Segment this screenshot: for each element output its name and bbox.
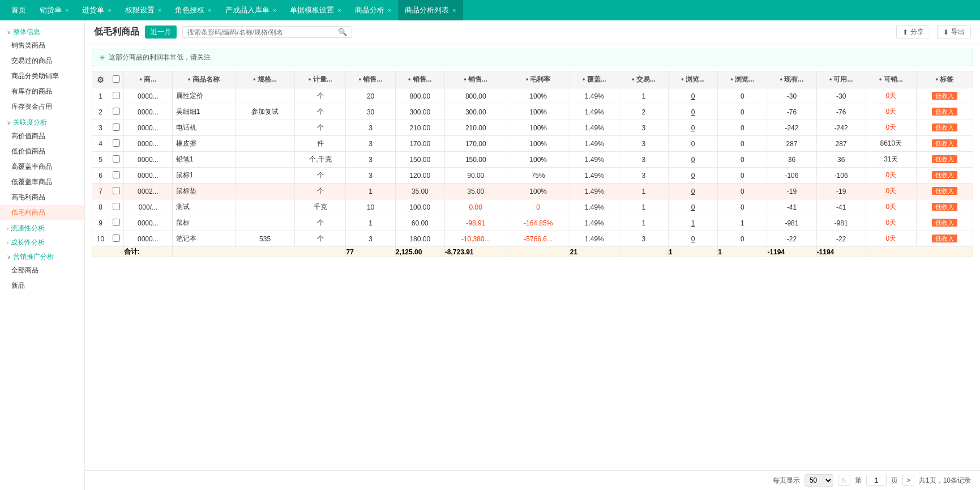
sidebar-item-traded[interactable]: 交易过的商品 bbox=[0, 53, 84, 69]
close-icon[interactable]: × bbox=[337, 7, 341, 14]
collapse-icon: › bbox=[7, 240, 8, 246]
cell-view2: 0 bbox=[718, 120, 767, 136]
select-all-checkbox[interactable] bbox=[113, 75, 120, 83]
table-header-row: ⚙ • 商... • 商品名称 • 规格... • 计量... • 销售... … bbox=[92, 71, 973, 88]
close-icon[interactable]: × bbox=[388, 7, 391, 14]
th-margin-rate[interactable]: • 毛利率 bbox=[507, 71, 570, 88]
cell-checkbox[interactable] bbox=[109, 152, 124, 168]
cell-tag: 低收入 bbox=[916, 104, 973, 120]
nav-product-in[interactable]: 产成品入库单 × bbox=[219, 0, 283, 20]
nav-permission[interactable]: 权限设置 × bbox=[118, 0, 168, 20]
th-coverage[interactable]: • 覆盖... bbox=[570, 71, 619, 88]
cell-view1[interactable]: 0 bbox=[669, 120, 718, 136]
sidebar-item-low-value[interactable]: 低价值商品 bbox=[0, 144, 84, 159]
th-saleable[interactable]: • 可销... bbox=[866, 71, 916, 88]
cell-checkbox[interactable] bbox=[109, 184, 124, 199]
cell-checkbox[interactable] bbox=[109, 168, 124, 184]
th-sales-qty[interactable]: • 销售... bbox=[346, 71, 395, 88]
time-filter-button[interactable]: 近一月 bbox=[145, 25, 177, 39]
share-button[interactable]: ⬆ 分享 bbox=[896, 25, 930, 39]
sidebar-item-low-coverage[interactable]: 低覆盖率商品 bbox=[0, 174, 84, 190]
th-sales-price[interactable]: • 销售... bbox=[395, 71, 444, 88]
sidebar-item-low-margin[interactable]: 低毛利商品 bbox=[0, 205, 84, 220]
sidebar-group-marketing[interactable]: ∨ 营销推广分析 bbox=[0, 249, 84, 263]
cell-name: 测试 bbox=[172, 199, 235, 215]
cell-view1[interactable]: 0 bbox=[669, 168, 718, 184]
nav-analysis-list[interactable]: 商品分析列表 × bbox=[398, 0, 463, 20]
table-row: 5 0000... 铅笔1 个,千克 3 150.00 150.00 100% … bbox=[92, 152, 973, 168]
close-icon[interactable]: × bbox=[158, 7, 161, 14]
th-name[interactable]: • 商品名称 bbox=[172, 71, 235, 88]
close-icon[interactable]: × bbox=[273, 7, 276, 14]
cell-view1[interactable]: 0 bbox=[669, 104, 718, 120]
sidebar-item-category-rate[interactable]: 商品分类助销率 bbox=[0, 69, 84, 84]
first-page-button[interactable]: K bbox=[838, 475, 850, 486]
th-code[interactable]: • 商... bbox=[124, 71, 173, 88]
search-input[interactable] bbox=[187, 28, 338, 36]
close-icon[interactable]: × bbox=[452, 7, 456, 14]
cell-margin-rate: 100% bbox=[507, 104, 570, 120]
th-transaction[interactable]: • 交易... bbox=[619, 71, 668, 88]
cell-saleable: 0天 bbox=[866, 120, 916, 136]
cell-view1[interactable]: 0 bbox=[669, 184, 718, 199]
page-number-input[interactable] bbox=[866, 475, 887, 486]
close-icon[interactable]: × bbox=[208, 7, 211, 14]
cell-checkbox[interactable] bbox=[109, 104, 124, 120]
totals-label-text: 合计: bbox=[124, 247, 173, 257]
cell-checkbox[interactable] bbox=[109, 215, 124, 231]
sidebar-group-association[interactable]: ∨ 关联度分析 bbox=[0, 114, 84, 129]
cell-unit: 千克 bbox=[295, 199, 346, 215]
close-icon[interactable]: × bbox=[108, 7, 111, 14]
cell-coverage: 1.49% bbox=[570, 88, 619, 104]
cell-view1[interactable]: 0 bbox=[669, 231, 718, 247]
th-view2[interactable]: • 浏览... bbox=[718, 71, 767, 88]
th-current-stock[interactable]: • 现有... bbox=[767, 71, 816, 88]
cell-checkbox[interactable] bbox=[109, 136, 124, 152]
export-icon: ⬇ bbox=[943, 28, 949, 36]
sidebar-item-sales-goods[interactable]: 销售类商品 bbox=[0, 38, 84, 53]
nav-home[interactable]: 首页 bbox=[5, 0, 33, 20]
nav-purchase[interactable]: 进货单 × bbox=[75, 0, 118, 20]
sidebar-group-circulation[interactable]: › 流通性分析 bbox=[0, 220, 84, 235]
cell-view1[interactable]: 0 bbox=[669, 88, 718, 104]
cell-transaction: 1 bbox=[619, 88, 668, 104]
cell-view1[interactable]: 1 bbox=[669, 215, 718, 231]
sidebar-item-high-value[interactable]: 高价值商品 bbox=[0, 129, 84, 144]
sidebar-item-high-coverage[interactable]: 高覆盖率商品 bbox=[0, 159, 84, 174]
sidebar-item-new-goods[interactable]: 新品 bbox=[0, 278, 84, 293]
data-table: ⚙ • 商... • 商品名称 • 规格... • 计量... • 销售... … bbox=[92, 71, 973, 257]
cell-name: 铅笔1 bbox=[172, 152, 235, 168]
cell-view1[interactable]: 0 bbox=[669, 199, 718, 215]
nav-sales[interactable]: 销货单 × bbox=[33, 0, 75, 20]
cell-settings: 7 bbox=[92, 184, 109, 199]
per-page-select[interactable]: 50 100 200 bbox=[804, 474, 833, 487]
cell-checkbox[interactable] bbox=[109, 88, 124, 104]
cell-checkbox[interactable] bbox=[109, 120, 124, 136]
nav-role[interactable]: 角色授权 × bbox=[168, 0, 218, 20]
th-sales-profit[interactable]: • 销售... bbox=[444, 71, 507, 88]
table-wrapper[interactable]: ⚙ • 商... • 商品名称 • 规格... • 计量... • 销售... … bbox=[92, 71, 973, 470]
sidebar-item-high-margin[interactable]: 高毛利商品 bbox=[0, 190, 84, 205]
sidebar-group-overall[interactable]: ∨ 整体信息 bbox=[0, 24, 84, 38]
cell-view1[interactable]: 0 bbox=[669, 152, 718, 168]
next-page-button[interactable]: > bbox=[902, 475, 914, 486]
th-view1[interactable]: • 浏览... bbox=[669, 71, 718, 88]
th-unit[interactable]: • 计量... bbox=[295, 71, 346, 88]
sidebar-item-capital[interactable]: 库存资金占用 bbox=[0, 99, 84, 114]
cell-unit: 件 bbox=[295, 136, 346, 152]
sidebar-group-growth[interactable]: › 成长性分析 bbox=[0, 235, 84, 249]
sidebar-item-all-goods[interactable]: 全部商品 bbox=[0, 263, 84, 278]
close-icon[interactable]: × bbox=[65, 7, 69, 14]
totals-row: 合计: 77 2,125.00 -8,723.91 21 1 1 -1194 -… bbox=[92, 247, 973, 257]
sidebar-item-in-stock[interactable]: 有库存的商品 bbox=[0, 84, 84, 99]
cell-view1[interactable]: 0 bbox=[669, 136, 718, 152]
export-button[interactable]: ⬇ 导出 bbox=[937, 25, 971, 39]
th-tag[interactable]: • 标签 bbox=[916, 71, 973, 88]
cell-sales-qty: 20 bbox=[346, 88, 395, 104]
nav-analysis[interactable]: 商品分析 × bbox=[348, 0, 398, 20]
cell-checkbox[interactable] bbox=[109, 199, 124, 215]
th-available[interactable]: • 可用... bbox=[816, 71, 866, 88]
cell-checkbox[interactable] bbox=[109, 231, 124, 247]
nav-template[interactable]: 单据模板设置 × bbox=[283, 0, 348, 20]
th-spec[interactable]: • 规格... bbox=[236, 71, 295, 88]
